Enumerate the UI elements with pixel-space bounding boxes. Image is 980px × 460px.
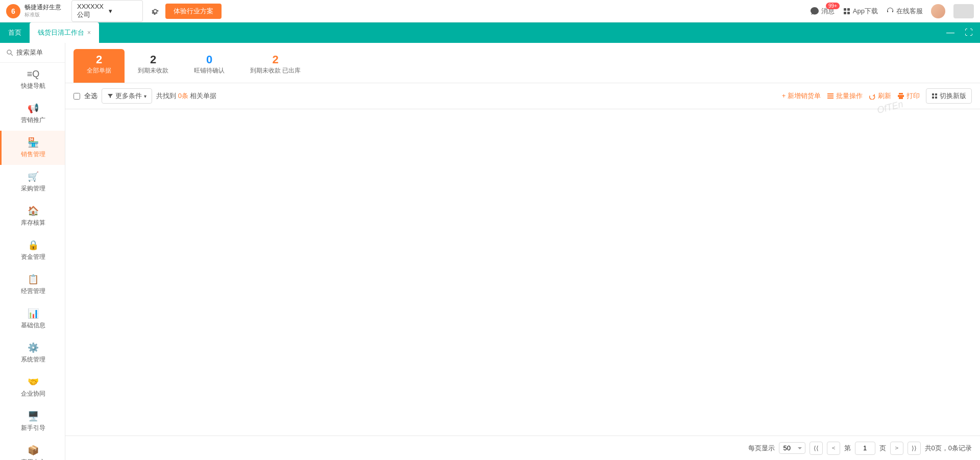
- toolbar-right: + 新增销货单 批量操作 刷新 打印: [782, 88, 972, 104]
- message-btn[interactable]: 消息 99+: [810, 7, 835, 16]
- logo-area: 6 畅捷通好生意 标准版: [6, 4, 71, 19]
- wangpu-count: 0: [206, 53, 212, 66]
- app-download-label: App下载: [853, 7, 878, 16]
- logo-text: 畅捷通好生意: [24, 4, 61, 12]
- select-all-checkbox[interactable]: [74, 93, 80, 100]
- company-name: XXXXXX公司: [77, 3, 106, 19]
- tab-close-icon[interactable]: ×: [87, 29, 91, 36]
- stat-tab-overdue-shipped[interactable]: 2 到期未收款 已出库: [238, 49, 313, 83]
- inventory-icon: 🏠: [28, 205, 39, 216]
- online-service-label: 在线客服: [896, 7, 923, 16]
- sidebar: 搜索菜单 ≡Q 快捷导航 📢 营销推广 🏪 销售管理 🛒 采购管理 🏠 库存核算…: [0, 43, 65, 460]
- avatar[interactable]: [931, 4, 945, 18]
- svg-point-4: [7, 50, 11, 54]
- switch-version-btn[interactable]: 切换新版: [926, 88, 972, 104]
- operations-icon: 📋: [28, 274, 39, 285]
- all-label: 全部单据: [87, 66, 111, 75]
- trial-btn[interactable]: 体验行业方案: [165, 4, 222, 19]
- all-count: 2: [96, 53, 102, 66]
- shipped-count: 2: [273, 53, 279, 66]
- wangpu-label: 旺铺待确认: [194, 66, 225, 75]
- minimize-icon[interactable]: —: [943, 26, 958, 40]
- found-text: 共找到 0条 相关单据: [156, 91, 216, 101]
- logo-icon: 6: [6, 4, 20, 18]
- next-page-btn[interactable]: ＞: [890, 442, 903, 455]
- sidebar-item-operations[interactable]: 📋 经营管理: [0, 268, 65, 302]
- first-page-btn[interactable]: ⟨⟨: [810, 442, 823, 455]
- select-all-label: 全选: [84, 91, 97, 101]
- pagination: 每页显示 50 10 20 100 ⟨⟨ ＜ 第 页 ＞ ⟩⟩ 共0页，0条记录: [65, 435, 980, 460]
- stat-tab-wangpu[interactable]: 0 旺铺待确认: [182, 49, 237, 83]
- svg-rect-6: [827, 93, 834, 94]
- user-menu[interactable]: [953, 4, 974, 18]
- filter-btn[interactable]: 更多条件 ▾: [102, 88, 152, 104]
- page-label: 第: [844, 444, 851, 453]
- nav-tab-actions: — ⛶: [943, 26, 980, 40]
- app-center-icon: 📦: [28, 445, 39, 456]
- purchase-icon: 🛒: [28, 171, 39, 182]
- batch-ops-btn[interactable]: 批量操作: [827, 91, 863, 101]
- total-info: 共0页，0条记录: [925, 444, 972, 453]
- funds-icon: 🔒: [28, 239, 39, 251]
- sidebar-item-purchase[interactable]: 🛒 采购管理: [0, 165, 65, 199]
- stats-tabs: 2 全部单据 2 到期未收款 0 旺铺待确认 2 到期未收款 已出库: [65, 43, 980, 83]
- found-count: 0条: [178, 92, 188, 100]
- svg-rect-3: [847, 12, 850, 14]
- settings-button[interactable]: [147, 3, 163, 19]
- chevron-down-icon: ▾: [144, 93, 146, 99]
- svg-rect-11: [932, 96, 934, 99]
- svg-rect-1: [847, 8, 850, 11]
- table-area: [65, 109, 980, 435]
- top-header: 6 畅捷通好生意 标准版 XXXXXX公司 ▾ 体验行业方案 消息 99+: [0, 0, 980, 22]
- add-sales-btn[interactable]: + 新增销货单: [782, 91, 821, 101]
- nav-tabs: 首页 钱货日清工作台 × — ⛶: [0, 22, 980, 43]
- content-area: 2 全部单据 2 到期未收款 0 旺铺待确认 2 到期未收款 已出库 全选 更多…: [65, 43, 980, 460]
- svg-line-5: [11, 54, 13, 56]
- maximize-icon[interactable]: ⛶: [962, 26, 976, 40]
- shipped-label: 到期未收款 已出库: [250, 66, 301, 75]
- svg-rect-7: [827, 95, 834, 96]
- message-badge: 99+: [826, 3, 840, 9]
- overdue-count: 2: [150, 53, 156, 66]
- sales-icon: 🏪: [28, 137, 39, 148]
- sidebar-item-quick-nav[interactable]: ≡Q 快捷导航: [0, 63, 65, 96]
- svg-rect-8: [827, 98, 834, 99]
- stat-tab-overdue-uncollected[interactable]: 2 到期未收款: [126, 49, 181, 83]
- sidebar-item-sales[interactable]: 🏪 销售管理: [0, 131, 65, 165]
- system-icon: ⚙️: [28, 342, 39, 353]
- header-right: 消息 99+ App下载 在线客服: [810, 4, 974, 18]
- sidebar-item-guide[interactable]: 🖥️ 新手引导: [0, 404, 65, 439]
- tab-home[interactable]: 首页: [0, 22, 30, 43]
- stat-tab-all[interactable]: 2 全部单据: [74, 49, 125, 83]
- marketing-icon: 📢: [28, 103, 39, 114]
- sidebar-item-inventory[interactable]: 🏠 库存核算: [0, 199, 65, 233]
- svg-rect-9: [932, 93, 934, 95]
- sidebar-item-funds[interactable]: 🔒 资金管理: [0, 233, 65, 268]
- quick-nav-icon: ≡Q: [27, 69, 40, 80]
- app-download-btn[interactable]: App下载: [843, 7, 878, 16]
- online-service-btn[interactable]: 在线客服: [886, 7, 923, 16]
- sidebar-item-system[interactable]: ⚙️ 系统管理: [0, 336, 65, 370]
- guide-icon: 🖥️: [28, 410, 39, 422]
- main-layout: 搜索菜单 ≡Q 快捷导航 📢 营销推广 🏪 销售管理 🛒 采购管理 🏠 库存核算…: [0, 43, 980, 460]
- last-page-btn[interactable]: ⟩⟩: [908, 442, 921, 455]
- svg-rect-12: [935, 96, 937, 99]
- page-input[interactable]: [855, 442, 875, 455]
- sidebar-item-basic-info[interactable]: 📊 基础信息: [0, 302, 65, 336]
- search-menu-item[interactable]: 搜索菜单: [0, 43, 65, 63]
- overdue-label: 到期未收款: [138, 66, 168, 75]
- sidebar-item-cooperation[interactable]: 🤝 企业协同: [0, 370, 65, 404]
- logo-badge: 标准版: [24, 11, 61, 18]
- tab-cash-flow[interactable]: 钱货日清工作台 ×: [30, 22, 99, 43]
- svg-rect-10: [935, 93, 937, 95]
- per-page-select[interactable]: 50 10 20 100: [779, 442, 805, 454]
- svg-rect-0: [844, 8, 846, 11]
- prev-page-btn[interactable]: ＜: [827, 442, 840, 455]
- sidebar-item-marketing[interactable]: 📢 营销推广: [0, 96, 65, 131]
- sidebar-item-app-center[interactable]: 📦 应用中心: [0, 439, 65, 460]
- per-page-label: 每页显示: [748, 444, 775, 453]
- svg-rect-2: [844, 12, 846, 14]
- company-selector[interactable]: XXXXXX公司 ▾: [71, 0, 143, 22]
- print-btn[interactable]: 打印: [897, 91, 920, 101]
- refresh-btn[interactable]: 刷新: [869, 91, 891, 101]
